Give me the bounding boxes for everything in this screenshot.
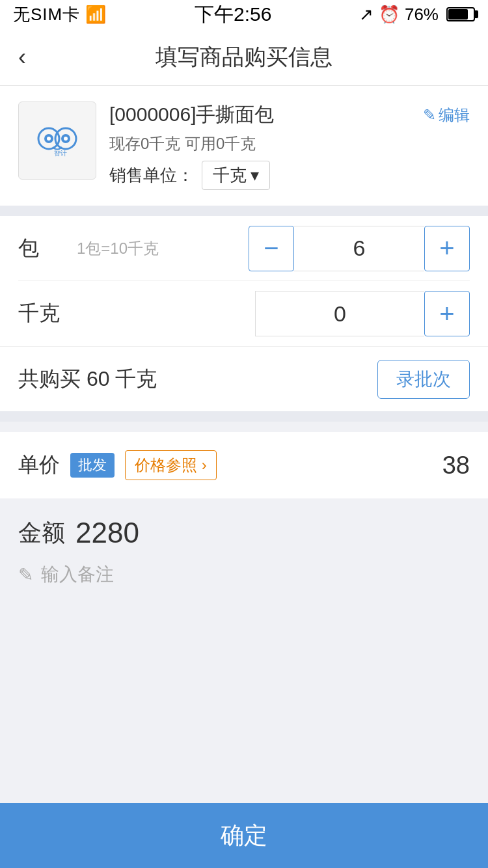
unit-label: 销售单位： <box>109 164 194 187</box>
product-stock: 现存0千克 可用0千克 <box>109 133 470 154</box>
price-section: 单价 批发 价格参照 › 38 <box>0 432 488 498</box>
svg-point-4 <box>47 137 51 141</box>
package-increase-button[interactable]: + <box>424 226 470 271</box>
price-row: 单价 批发 价格参照 › 38 <box>18 450 470 480</box>
price-value: 38 <box>442 452 470 480</box>
back-button[interactable]: ‹ <box>18 44 26 71</box>
price-type-badge: 批发 <box>70 453 115 478</box>
edit-button[interactable]: ✎ 编辑 <box>423 105 470 126</box>
amount-label: 金额 <box>18 517 65 549</box>
amount-row: 金额 2280 <box>18 517 470 549</box>
input-section: 包 1包=10千克 − + 千克 + <box>0 216 488 346</box>
confirm-button[interactable]: 确定 <box>0 803 488 868</box>
product-info: [0000006]手撕面包 ✎ 编辑 现存0千克 可用0千克 销售单位： 千克 … <box>109 102 470 190</box>
unit-dropdown-icon: ▾ <box>251 165 259 185</box>
battery-icon <box>446 7 475 21</box>
battery-text: 76% <box>405 5 439 25</box>
product-name: [0000006]手撕面包 <box>109 102 274 128</box>
product-image: 智计 <box>18 102 96 180</box>
kg-quantity-input[interactable] <box>255 291 424 336</box>
svg-point-5 <box>64 137 68 141</box>
kg-controls: + <box>255 291 470 336</box>
kg-label: 千克 <box>18 299 70 328</box>
amount-section: 金额 2280 ✎ 输入备注 <box>0 498 488 605</box>
page-title: 填写商品购买信息 <box>156 42 332 72</box>
package-hint: 1包=10千克 <box>77 238 249 259</box>
edit-icon: ✎ <box>423 106 436 124</box>
empty-space <box>0 605 488 813</box>
back-icon: ‹ <box>18 44 26 71</box>
package-label: 包 <box>18 234 70 263</box>
package-controls: − + <box>249 226 470 271</box>
nav-bar: ‹ 填写商品购买信息 <box>0 29 488 86</box>
kg-input-row: 千克 + <box>18 281 470 346</box>
carrier-text: 无SIM卡 📶 <box>13 3 107 26</box>
package-decrease-button[interactable]: − <box>249 226 294 271</box>
status-bar: 无SIM卡 📶 下午2:56 ↗ ⏰ 76% <box>0 0 488 29</box>
alarm-icon: ⏰ <box>379 5 400 25</box>
package-quantity-input[interactable] <box>294 226 424 271</box>
separator-1 <box>0 206 488 216</box>
product-name-row: [0000006]手撕面包 ✎ 编辑 <box>109 102 470 128</box>
status-right: ↗ ⏰ 76% <box>359 5 475 25</box>
amount-value: 2280 <box>75 517 139 549</box>
pencil-icon: ✎ <box>18 564 33 586</box>
total-label: 共购买 60 千克 <box>18 365 157 394</box>
location-icon: ↗ <box>359 5 373 25</box>
separator-2 <box>0 411 488 422</box>
kg-increase-button[interactable]: + <box>424 291 470 336</box>
package-input-row: 包 1包=10千克 − + <box>18 216 470 281</box>
price-reference-button[interactable]: 价格参照 › <box>125 450 217 480</box>
product-logo-icon: 智计 <box>34 124 80 157</box>
batch-button[interactable]: 录批次 <box>377 360 470 399</box>
svg-text:智计: 智计 <box>54 150 67 157</box>
remark-row[interactable]: ✎ 输入备注 <box>18 562 470 605</box>
edit-label: 编辑 <box>439 105 470 126</box>
unit-value: 千克 <box>213 164 247 187</box>
total-row: 共购买 60 千克 录批次 <box>0 346 488 411</box>
remark-placeholder: 输入备注 <box>41 562 114 587</box>
price-label: 单价 <box>18 451 60 480</box>
time-text: 下午2:56 <box>195 1 271 28</box>
product-card: 智计 [0000006]手撕面包 ✎ 编辑 现存0千克 可用0千克 销售单位： … <box>0 86 488 206</box>
unit-select[interactable]: 千克 ▾ <box>202 161 270 190</box>
product-unit-row: 销售单位： 千克 ▾ <box>109 161 470 190</box>
